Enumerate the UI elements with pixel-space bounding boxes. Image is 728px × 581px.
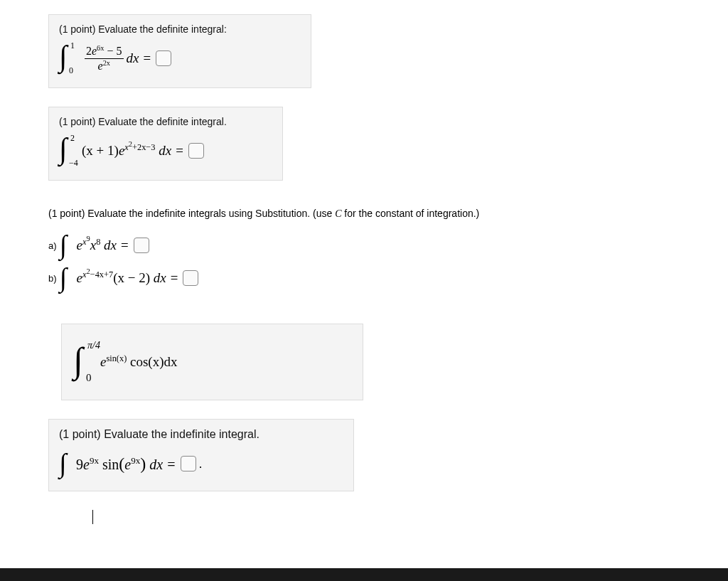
q1-prompt: (1 point) Evaluate the definite integral…: [59, 23, 301, 35]
integral-symbol: ∫: [60, 231, 75, 260]
question-4-panel: ∫ π/4 0 esin(x) cos(x)dx: [61, 324, 363, 400]
integral-symbol: ∫ 1 0: [59, 42, 80, 75]
integral-symbol: ∫ 2 −4: [59, 134, 80, 167]
question-3-panel: (1 point) Evaluate the indefinite integr…: [48, 199, 688, 305]
q3b-answer-input[interactable]: [183, 270, 198, 286]
integral-symbol: ∫ π/4 0: [73, 343, 99, 381]
q3a-math: a) ∫ ex9x8 dx =: [48, 231, 678, 260]
q2-math: ∫ 2 −4 (x + 1)ex2+2x−3 dx =: [59, 134, 272, 167]
text-cursor: [92, 510, 93, 524]
q2-prompt: (1 point) Evaluate the definite integral…: [59, 116, 272, 127]
q2-answer-input[interactable]: [188, 143, 204, 159]
q5-math: ∫ 9e9x sin(e9x) dx = .: [59, 449, 343, 478]
q4-math: ∫ π/4 0 esin(x) cos(x)dx: [72, 337, 353, 387]
integral-symbol: ∫: [59, 449, 75, 478]
q3a-answer-input[interactable]: [134, 238, 149, 253]
q5-prompt: (1 point) Evaluate the indefinite integr…: [59, 428, 343, 441]
q5-answer-input[interactable]: [181, 456, 196, 471]
page-content: (1 point) Evaluate the definite integral…: [0, 0, 728, 524]
integral-symbol: ∫: [60, 264, 75, 292]
q1-math: ∫ 1 0 2e6x − 5 e2x dx =: [59, 42, 301, 75]
question-5-panel: (1 point) Evaluate the indefinite integr…: [48, 419, 354, 491]
question-2-panel: (1 point) Evaluate the definite integral…: [48, 107, 283, 181]
q3-prompt: (1 point) Evaluate the indefinite integr…: [48, 208, 678, 220]
period: .: [199, 457, 203, 471]
question-1-panel: (1 point) Evaluate the definite integral…: [48, 14, 311, 88]
q1-answer-input[interactable]: [156, 50, 171, 66]
q3b-math: b) ∫ ex2−4x+7(x − 2) dx =: [48, 264, 678, 292]
